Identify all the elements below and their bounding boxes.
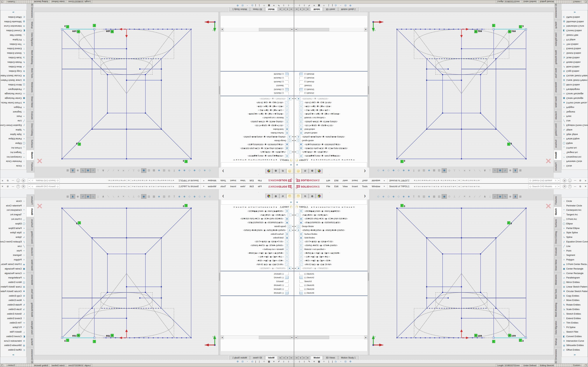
tree-row[interactable]: ▤ ○Ƨ5✚ƐƧ5○ИN◎◦✚ƆƐ○ ◉ ○ƐƆ✚◦◎NИ○5ƧƐ✚5Ƨ○ [221, 146, 294, 150]
tool-item[interactable]: ⊏ Offset Entities [0, 348, 26, 352]
toolbar-icon[interactable]: ◆ [426, 168, 432, 173]
tab-nav-button[interactable]: |◀ [294, 8, 298, 11]
help-icon[interactable]: ? [17, 179, 20, 183]
tree-hscrollbar[interactable]: ◀ ▶ [294, 335, 368, 339]
tree-row[interactable]: ◆ Solid Bodies [221, 236, 294, 240]
model-tab[interactable]: Motion Study 1 [338, 8, 359, 11]
bottom-toolbar-icon[interactable]: ✎ [276, 360, 281, 363]
panel-splitter[interactable] [219, 12, 220, 167]
sketch-row[interactable]: (-) Sketch5 [221, 80, 294, 84]
commandmanager-tab[interactable]: Surfaces [26, 138, 34, 150]
tool-item[interactable]: ◡ 3 Point Arc [0, 146, 26, 150]
toolbar-icon[interactable]: ◇ [197, 168, 202, 173]
menu-item[interactable]: Tools [218, 184, 228, 188]
tool-item[interactable]: ⌗ Polygon [0, 105, 26, 109]
tree-part-row[interactable]: ❒ TЯPDL2. ◉ ƎƐ ◉ Ш ◉ ◉ ◉ ✚ ◉ ƆƆ ◉ ƎƐ ◉ ·… [294, 158, 367, 162]
tree-row[interactable]: ▶ ◔ ○Λ♟◎✚Ƨ5◦○ ◉ ○◦5Ƨ✚◎♟Λ○ [294, 150, 367, 154]
relation-badge[interactable]: ∕ 3 [76, 221, 81, 225]
tool-item[interactable]: ╱ Line [0, 118, 26, 123]
expand-arrow-icon[interactable]: ▶ [291, 214, 294, 216]
expand-arrow-icon[interactable]: ▶ [291, 140, 294, 142]
menu-item[interactable]: File [256, 179, 264, 183]
tool-item[interactable]: ◗ Partial Ellipse [0, 136, 26, 141]
tab-featuremanager-part[interactable]: ❒ [286, 169, 293, 173]
bottom-toolbar-icon[interactable]: ≡ [271, 360, 276, 363]
toolbar-icon[interactable]: ⟋ [106, 168, 111, 173]
toolbar-icon[interactable]: ▦ [65, 168, 70, 173]
toolbar-icon[interactable]: ▦ [151, 168, 156, 173]
relation-badge[interactable]: ∕ 3 [519, 339, 524, 342]
tool-item[interactable]: ◠ Centerpoint Arc [0, 208, 26, 213]
scroll-track[interactable] [298, 28, 364, 32]
relation-badge[interactable]: ∕ [492, 24, 495, 27]
tab-propertymanager[interactable]: ⧉ [302, 194, 309, 198]
bottom-toolbar-icon[interactable]: ◷ [333, 360, 338, 363]
expand-arrow-icon[interactable]: ▶ [294, 229, 297, 231]
sketch-row[interactable]: (-) Sketch6 [221, 72, 294, 76]
tree-row[interactable]: ≡ Material < not specified > [294, 247, 367, 251]
tree-row[interactable]: ★ ○Ƨ5Ɛ✚◉♟◎ΛΑΦ○ ◉ ○ΦΑΛ◎♟◉✚Ɛ5Ƨ○ [221, 209, 294, 213]
toolbar-icon[interactable]: ⟋ [477, 194, 482, 199]
sketch-row[interactable]: Sketch3 [221, 279, 294, 283]
model-tab[interactable]: Motion Study 1 [229, 356, 250, 359]
toolbar-icon[interactable]: ∧ [467, 194, 472, 199]
scroll-left-icon[interactable]: ◀ [290, 336, 294, 339]
tool-item[interactable]: ◌ Perimeter Circle [562, 203, 588, 208]
toolbar-icon[interactable]: ▨ [162, 168, 167, 173]
tool-item[interactable]: ≋ Intersection Curve [0, 339, 26, 343]
search-box[interactable]: ◇ Search CAD Models ⌕ ▾ [28, 179, 60, 183]
bottom-toolbar-icon[interactable]: ⧫ [281, 360, 286, 363]
sketch-row[interactable]: (-) Sketch6 [294, 72, 367, 76]
tool-item[interactable]: ▣ Center Rectangle [562, 96, 588, 100]
tool-item[interactable]: ○ Circle [562, 164, 588, 168]
scroll-thumb[interactable] [298, 28, 329, 31]
tree-filter[interactable]: ▼ [221, 200, 293, 205]
tree-row[interactable]: ∟ ○ИN◦5Ɔ◦♟◎○ ◉ ○◎♟◦Ɔ5◦NИ○ [221, 101, 294, 105]
menu-item[interactable]: Insert [228, 179, 238, 183]
tree-row[interactable]: ∟ ○ИN◦5Ɔ◦♟◎○ ◉ ○◎♟◦Ɔ5◦NИ○ [294, 262, 367, 266]
menu-item[interactable]: Edit [247, 184, 256, 188]
toolbar-icon[interactable]: ♟ [101, 168, 106, 173]
tool-item[interactable]: ↻ Rotate Entities [562, 60, 588, 65]
splitter-grip[interactable] [368, 273, 369, 281]
toolbar-icon[interactable]: ↧ [411, 168, 416, 173]
chevron-down-icon[interactable]: ▾ [557, 186, 560, 187]
tool-item[interactable]: ⊏ Offset Entities [562, 15, 588, 19]
account-icon[interactable]: ⊛ [563, 185, 566, 188]
toolbar-icon[interactable]: ◆ [182, 194, 187, 199]
bottom-toolbar-icon[interactable]: ⊡ [343, 4, 348, 7]
toolbar-icon[interactable]: ↧ [172, 168, 177, 173]
tree-filter[interactable]: ▼ [295, 200, 367, 205]
close-button[interactable]: ✕ [583, 179, 588, 182]
tool-item[interactable]: ○ Circle [0, 164, 26, 168]
help-icon[interactable]: ? [568, 185, 571, 188]
scroll-thumb[interactable] [259, 336, 290, 339]
toolbar-icon[interactable]: ◉ [442, 168, 447, 173]
relation-badge[interactable]: ∕ 3 [64, 25, 69, 28]
quick-icons-run[interactable]: ◉ ƎƐ ◉ Ш ◉ ◉ ◉ ✚ ◉ ƆƆ ◉ ƎƐ ◉ · ◉ Ƨ5 ◉ ♟ … [106, 186, 174, 187]
tree-part-row[interactable]: ❒ TЯPDL2. ◉ ƎƐ ◉ Ш ◉ ◉ ◉ ✚ ◉ ƆƆ ◉ ƎƐ ◉ ·… [221, 205, 294, 209]
minimize-button[interactable]: — [10, 185, 16, 188]
tool-item[interactable]: ◠ Centerpoint Arc [0, 155, 26, 159]
sketch-row[interactable]: (-) Sketch2 [294, 276, 367, 280]
document-box-icon[interactable]: ❒ [1, 0, 3, 3]
commandmanager-tab[interactable]: Weldments [26, 80, 34, 94]
menu-item[interactable]: Tools [360, 179, 370, 183]
tool-item[interactable]: ⊞ Linear Sketch Pattern [562, 284, 588, 289]
model-tab[interactable]: 3D Views [323, 8, 338, 11]
bottom-toolbar-icon[interactable]: ◷ [333, 4, 338, 7]
expand-arrow-icon[interactable]: ▶ [291, 267, 294, 269]
tool-item[interactable]: ❖ Circular Sketch Pattern [562, 289, 588, 294]
tool-item[interactable]: ↻ Rotate Entities [0, 302, 26, 307]
unit-system-selector[interactable]: Custom ▴ [5, 364, 17, 367]
minimize-button[interactable]: — [572, 179, 578, 182]
toolbar-icon[interactable]: ◇ [187, 168, 192, 173]
commandmanager-tab[interactable]: Mesh Modeling [554, 301, 562, 319]
toolbar-icon[interactable]: ⊙ [447, 194, 452, 199]
chevron-right-icon[interactable]: ❯ [222, 170, 224, 173]
toolbar-icon[interactable]: ∿ [80, 168, 85, 173]
toolbar-icon[interactable]: ◇ [207, 194, 212, 199]
tool-item[interactable]: ⌗ Polygon [562, 258, 588, 262]
tree-row[interactable]: ▱ ○✚Ɛ5◦○✶◉⌈○ ◉ ○⌉◉✶○◦5Ɛ✚○ [294, 259, 367, 262]
toolbar-icon[interactable]: ◆ [156, 194, 162, 199]
